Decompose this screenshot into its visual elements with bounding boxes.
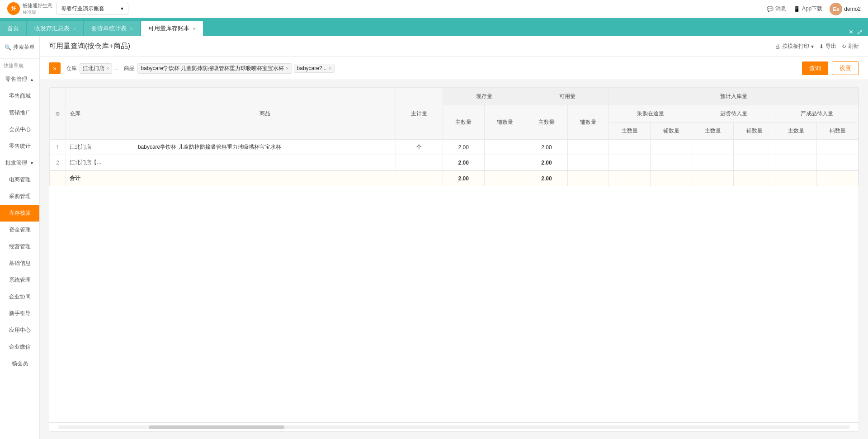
table-wrapper: ⚙ 仓库 商品 主计量 现存量 可用量 预计入库量 主数量 <box>49 87 859 432</box>
tab-bar-expand-btn[interactable]: ⤢ <box>857 28 863 36</box>
sidebar-item-retail-mgmt[interactable]: 零售管理 ▲ <box>0 71 39 88</box>
tab-receive-summary-label: 收发存汇总表 <box>34 24 70 33</box>
sidebar-item-member-center-label: 会员中心 <box>9 126 31 133</box>
chevron-icon: ▲ <box>30 77 34 82</box>
query-button[interactable]: 查询 <box>802 61 828 75</box>
row-2-stock-aux <box>484 155 526 171</box>
sidebar-item-new-guide[interactable]: 新手引导 <box>0 305 39 322</box>
sidebar-item-member-center[interactable]: 会员中心 <box>0 121 39 138</box>
app-download-label: App下载 <box>802 5 822 13</box>
sidebar-item-operations-mgmt[interactable]: 经营管理 <box>0 238 39 255</box>
warehouse-tag-close-0[interactable]: × <box>106 66 109 71</box>
sidebar-item-retail-mall[interactable]: 零售商城 <box>0 88 39 104</box>
warehouse-filter-more[interactable]: ... <box>114 65 118 71</box>
th-stock-aux: 辅数量 <box>484 105 526 140</box>
app-icon: 📱 <box>793 6 800 12</box>
product-tag-0: babycare学饮杯 儿童防摔防撞吸管杯重力球吸嘴杯宝宝水杯 × <box>137 63 292 74</box>
tab-receive-summary-close[interactable]: × <box>73 26 76 31</box>
product-tag-close-1[interactable]: × <box>329 66 331 71</box>
print-button[interactable]: 🖨 按模板打印 ▾ <box>775 42 814 50</box>
tab-order-stats[interactable]: 要货单统计表 × <box>84 21 140 36</box>
product-filter-label: 商品 <box>124 65 135 72</box>
content-area: 可用量查询(按仓库+商品) 🖨 按模板打印 ▾ ⬇ 导出 ↻ 刷新 » <box>40 36 868 439</box>
row-1-pt-main <box>609 140 651 155</box>
logo-text-area: 畅捷通好生意 标准版 <box>23 2 52 15</box>
sidebar-item-basic-info[interactable]: 基础信息 <box>0 255 39 272</box>
row-1-pp-aux <box>817 140 859 155</box>
row-2-pp-main <box>775 155 817 171</box>
sidebar-item-retail-stats[interactable]: 零售统计 <box>0 138 39 155</box>
table-area: ⚙ 仓库 商品 主计量 现存量 可用量 预计入库量 主数量 <box>40 80 868 439</box>
footer-avail-aux <box>567 170 609 186</box>
tab-bar-close-btn[interactable]: × <box>849 28 853 36</box>
sidebar-item-retail-stats-label: 零售统计 <box>9 142 31 150</box>
th-stock-main: 主数量 <box>443 105 484 140</box>
search-icon: 🔍 <box>5 44 11 51</box>
tenant-selector[interactable]: 母婴行业演示账套 ▾ <box>56 3 128 15</box>
tab-receive-summary[interactable]: 收发存汇总表 × <box>27 21 83 36</box>
sidebar-item-wholesale-mgmt-label: 批发管理 <box>5 159 27 167</box>
sidebar-item-finance-mgmt[interactable]: 资金管理 <box>0 222 39 238</box>
sidebar-item-vip-member[interactable]: 畅会员 <box>0 355 39 372</box>
tab-available-stock-close[interactable]: × <box>193 26 196 31</box>
sidebar-item-purchase-mgmt[interactable]: 采购管理 <box>0 188 39 205</box>
sidebar-item-ecommerce-mgmt[interactable]: 电商管理 <box>0 171 39 188</box>
tab-available-stock-label: 可用量库存账本 <box>148 24 189 33</box>
user-area[interactable]: Ea demo2 <box>830 3 861 15</box>
warehouse-filter-label: 仓库 <box>66 65 77 72</box>
table-scroll[interactable]: ⚙ 仓库 商品 主计量 现存量 可用量 预计入库量 主数量 <box>49 88 859 422</box>
footer-ip-main <box>692 170 734 186</box>
row-2-warehouse: 江北门店【... <box>66 155 134 171</box>
product-tag-close-0[interactable]: × <box>286 66 288 71</box>
search-menu-button[interactable]: 🔍 搜索菜单 <box>4 41 36 54</box>
th-purchase-transit: 采购在途量 <box>609 105 692 123</box>
sidebar-item-enterprise-wechat[interactable]: 企业微信 <box>0 339 39 355</box>
data-table: ⚙ 仓库 商品 主计量 现存量 可用量 预计入库量 主数量 <box>49 88 859 186</box>
row-2-pt-aux <box>651 155 692 171</box>
footer-label: 合计 <box>66 170 443 186</box>
tab-bar: 首页 收发存汇总表 × 要货单统计表 × 可用量库存账本 × × ⤢ <box>0 18 868 36</box>
product-tag-1: babycare?... × <box>294 64 335 73</box>
sidebar-item-enterprise-collab[interactable]: 企业协同 <box>0 288 39 305</box>
th-settings[interactable]: ⚙ <box>50 88 66 140</box>
message-label: 消息 <box>775 5 786 13</box>
export-icon: ⬇ <box>819 43 824 50</box>
sidebar-item-system-mgmt[interactable]: 系统管理 <box>0 272 39 288</box>
product-filter-group: 商品 babycare学饮杯 儿童防摔防撞吸管杯重力球吸嘴杯宝宝水杯 × bab… <box>124 63 335 74</box>
th-incoming-group: 预计入库量 <box>609 88 859 105</box>
sidebar-item-retail-mgmt-label: 零售管理 <box>5 76 27 83</box>
footer-empty-1 <box>50 170 66 186</box>
row-2-product <box>134 155 396 171</box>
sidebar-item-app-center[interactable]: 应用中心 <box>0 322 39 339</box>
sidebar-item-wholesale-mgmt[interactable]: 批发管理 ▼ <box>0 155 39 171</box>
sidebar-item-marketing[interactable]: 营销推广 <box>0 104 39 121</box>
th-product: 商品 <box>134 88 396 140</box>
sidebar-item-inventory-check[interactable]: 库存核算 <box>0 205 39 222</box>
quick-nav-label: 快捷导航 <box>0 59 39 71</box>
sidebar-item-purchase-mgmt-label: 采购管理 <box>9 193 31 200</box>
top-bar-left: 好 畅捷通好生意 标准版 母婴行业演示账套 ▾ <box>7 2 128 15</box>
sidebar-item-system-mgmt-label: 系统管理 <box>9 276 31 284</box>
message-icon: 💬 <box>767 6 774 12</box>
row-2-num: 2 <box>50 155 66 171</box>
warehouse-filter-tags: 江北门店 × ... <box>80 63 118 74</box>
filter-expand-button[interactable]: » <box>49 62 61 74</box>
app-download-action[interactable]: 📱 App下载 <box>793 5 822 13</box>
th-warehouse: 仓库 <box>66 88 134 140</box>
th-avail-aux: 辅数量 <box>567 105 609 140</box>
message-action[interactable]: 💬 消息 <box>767 5 786 13</box>
refresh-button[interactable]: ↻ 刷新 <box>842 42 859 50</box>
th-unit: 主计量 <box>396 88 443 140</box>
tab-order-stats-close[interactable]: × <box>130 26 133 31</box>
row-1-num: 1 <box>50 140 66 155</box>
tab-available-stock[interactable]: 可用量库存账本 × <box>141 21 203 36</box>
tab-home[interactable]: 首页 <box>0 21 26 36</box>
scroll-track[interactable] <box>58 425 849 429</box>
footer-stock-main: 2.00 <box>443 170 484 186</box>
export-button[interactable]: ⬇ 导出 <box>819 42 836 50</box>
sidebar-item-new-guide-label: 新手引导 <box>9 310 31 317</box>
tab-order-stats-label: 要货单统计表 <box>91 24 127 33</box>
refresh-icon: ↻ <box>842 43 846 50</box>
settings-button[interactable]: 设置 <box>832 61 859 75</box>
th-stock-group: 现存量 <box>443 88 526 105</box>
